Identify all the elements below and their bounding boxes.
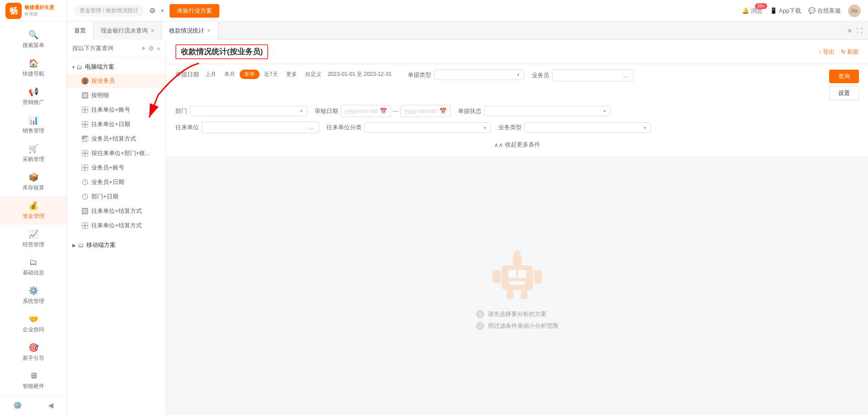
step-1-num: 1	[476, 310, 484, 318]
add-scheme-btn[interactable]: +	[142, 44, 146, 52]
collapse-panel-icon[interactable]: «	[157, 45, 160, 52]
quick-nav-icon: 🏠	[28, 58, 38, 68]
tab-bank-flow-close[interactable]: ✕	[151, 28, 154, 33]
tree-item-partner-dept-collect[interactable]: 按往来单位+部门+收...	[67, 146, 166, 160]
svg-rect-51	[492, 270, 500, 283]
partner-more-icon[interactable]: ...	[310, 124, 314, 131]
tree-item-salesperson-settle[interactable]: 业务员+结算方式	[67, 132, 166, 146]
sidebar-item-system[interactable]: ⚙️ 系统管理	[0, 281, 66, 310]
svg-rect-15	[85, 125, 88, 127]
tree-arrow-down-icon: ▾	[72, 65, 75, 70]
empty-step-2: 2 用过滤条件来缩小分析范围	[476, 322, 558, 330]
tab-collection-stat-close[interactable]: ✕	[207, 28, 211, 33]
bell-icon: 🔔	[742, 7, 749, 14]
online-service-btn[interactable]: 💬 在线客服	[808, 7, 841, 15]
enterprise-icon: 🤝	[28, 314, 38, 324]
dept-select[interactable]: ▾	[190, 106, 307, 116]
sidebar-item-label: 快捷导航	[23, 70, 44, 78]
sidebar-item-enterprise[interactable]: 🤝 企业协同	[0, 310, 66, 338]
sidebar-item-hardware[interactable]: 🖥 智能硬件	[0, 367, 66, 395]
sidebar-item-sales[interactable]: 📊 销售管理	[0, 111, 66, 139]
sidebar-item-operations[interactable]: 📈 经营管理	[0, 225, 66, 253]
audit-date-start[interactable]: yyyy-mm-dd 📅	[341, 105, 391, 117]
header-dropdown-icon[interactable]: ▾	[161, 7, 164, 14]
voucher-status-select[interactable]: ▾	[484, 106, 611, 116]
refresh-btn[interactable]: ↻ 刷新	[841, 48, 859, 56]
breadcrumb: 资金管理 / 收款情况统计	[74, 5, 144, 16]
maximize-btn[interactable]: ⛶	[856, 27, 863, 34]
business-type-select[interactable]: ▾	[524, 123, 651, 133]
tree-item-partner-settle1[interactable]: 往来单位+结算方式	[67, 204, 166, 218]
query-btn[interactable]: 查询	[829, 70, 859, 83]
audit-date-end[interactable]: yyyy-mm-dd 📅	[401, 105, 451, 117]
salesperson-select[interactable]: …	[552, 70, 633, 81]
svg-rect-52	[534, 270, 542, 283]
scheme-settings-icon[interactable]: ⚙	[148, 45, 154, 52]
tree-item-partner-account[interactable]: 往来单位+账号	[67, 103, 166, 117]
sidebar-item-finance[interactable]: 💰 资金管理	[0, 196, 66, 225]
trial-btn[interactable]: 体验行业方案	[170, 4, 219, 18]
date-tab-this-month[interactable]: 本月	[221, 70, 239, 79]
sidebar-item-label: 库存核算	[23, 184, 44, 192]
tree-desktop-header[interactable]: ▾ 🗂 电脑端方案	[67, 60, 166, 74]
tree-item-by-salesperson[interactable]: 👤 按业务员	[67, 74, 166, 88]
tree-item-by-detail[interactable]: 按明细	[67, 88, 166, 103]
tree-item-salesperson-date[interactable]: 业务员+日期	[67, 175, 166, 189]
collapse-filter-btn[interactable]: ∧∧ 收起更多条件	[175, 138, 859, 151]
sidebar-item-inventory[interactable]: 📦 库存核算	[0, 168, 66, 196]
sidebar-item-quick-nav[interactable]: 🏠 快捷导航	[0, 54, 66, 82]
user-avatar[interactable]: Rit	[848, 5, 861, 17]
svg-rect-18	[85, 138, 86, 141]
sidebar-item-basic[interactable]: 🗂 基础信息	[0, 253, 66, 281]
business-type-filter: 业务类型 ▾	[498, 123, 651, 133]
header-gear-icon[interactable]: ⚙	[149, 6, 156, 15]
svg-rect-7	[82, 107, 85, 109]
app-download-btn[interactable]: 📱 App下载	[770, 7, 801, 15]
date-tab-last-month[interactable]: 上月	[202, 70, 220, 79]
close-window-btn[interactable]: ✕	[847, 27, 853, 34]
date-tab-more[interactable]: 更多	[283, 70, 301, 79]
tab-home[interactable]: 首页	[67, 22, 94, 40]
svg-rect-53	[507, 290, 514, 299]
svg-rect-21	[82, 151, 85, 153]
tree-mobile-header[interactable]: ▶ 🗂 移动端方案	[67, 238, 166, 252]
empty-state: 1 请先选择要分析的方案 2 用过滤条件来缩小分析范围	[476, 243, 558, 330]
sidebar-item-marketing[interactable]: 📢 营销推广	[0, 82, 66, 111]
date-tab-7days[interactable]: 近7天	[260, 70, 282, 79]
salesperson-more-icon[interactable]: …	[623, 72, 628, 79]
tree-folder-icon: 🗂	[76, 64, 82, 71]
partner-select[interactable]: ...	[202, 122, 319, 133]
salesperson-label: 业务员	[532, 71, 549, 80]
audit-date-label: 审核日期	[315, 107, 338, 115]
partner-settle1-icon	[81, 208, 89, 215]
tab-bank-flow[interactable]: 现金银行流水查询 ✕	[94, 22, 162, 40]
content-area: 1 请先选择要分析的方案 2 用过滤条件来缩小分析范围	[166, 157, 868, 415]
calendar-end-icon: 📅	[439, 108, 447, 114]
sidebar-nav: 🔍 搜索菜单 🏠 快捷导航 📢 营销推广 📊 销售管理 🛒 采购管理 📦	[0, 22, 66, 395]
tree-arrow-right-icon: ▶	[72, 243, 76, 248]
sidebar-settings-btn[interactable]: ⚙️	[13, 401, 22, 410]
tree-desktop-section: ▾ 🗂 电脑端方案 👤 按业务员	[67, 57, 166, 236]
tree-item-label: 按明细	[91, 91, 109, 99]
tab-collection-stat[interactable]: 收款情况统计 ✕	[162, 22, 218, 40]
sidebar-item-guide[interactable]: 🎯 新手引导	[0, 338, 66, 367]
svg-rect-45	[501, 265, 533, 290]
sidebar-item-search-menu[interactable]: 🔍 搜索菜单	[0, 25, 66, 54]
date-tab-custom[interactable]: 自定义	[302, 70, 325, 79]
voucher-type-select[interactable]: ▾	[434, 70, 524, 80]
notification-btn[interactable]: 🔔 消息 99+	[742, 7, 763, 15]
tree-item-dept-date[interactable]: 部门+日期	[67, 189, 166, 204]
tree-item-salesperson-account[interactable]: 业务员+账号	[67, 160, 166, 175]
export-btn[interactable]: ↑ 导出	[819, 48, 835, 56]
tree-item-partner-settle2[interactable]: 往来单位+结算方式	[67, 218, 166, 233]
sidebar-collapse-btn[interactable]: ◀	[48, 401, 53, 410]
page-title-bar: 收款情况统计(按业务员) ↑ 导出 ↻ 刷新	[166, 40, 868, 64]
sidebar-item-purchase[interactable]: 🛒 采购管理	[0, 139, 66, 168]
date-tab-this-year[interactable]: 本年	[240, 70, 259, 79]
filter-settings-btn[interactable]: 设置	[829, 86, 859, 100]
tree-item-label: 往来单位+结算方式	[91, 222, 142, 230]
tree-item-partner-date[interactable]: 往来单位+日期	[67, 117, 166, 132]
logo-text: 畅捷通好生意	[24, 4, 54, 11]
partner-category-select[interactable]: ▾	[364, 123, 491, 133]
purchase-icon: 🛒	[28, 144, 38, 154]
